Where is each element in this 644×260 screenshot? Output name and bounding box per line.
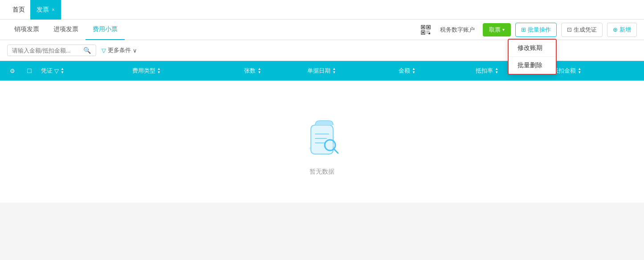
generate-voucher-button[interactable]: ⊡ 生成凭证 [561,23,603,37]
checkbox-icon: ☐ [27,68,32,74]
svg-line-16 [334,149,338,153]
th-expense-type[interactable]: 费用类型 ▲▼ [129,67,241,75]
tax-account-button[interactable]: 税务数字账户 [436,24,478,36]
add-icon: ⊕ [613,26,618,33]
svg-rect-1 [422,26,424,28]
th-count-label: 张数 [244,67,256,75]
search-icon[interactable]: 🔍 [83,47,91,54]
more-filter-arrow: ∨ [133,47,137,54]
svg-rect-6 [427,31,428,32]
generate-voucher-label: 生成凭证 [574,26,597,34]
batch-dropdown-menu: 修改账期 批量删除 [508,39,557,75]
tab-expense[interactable]: 费用小票 [86,20,125,40]
th-checkbox[interactable]: ☐ [21,68,37,74]
th-date-label: 单据日期 [307,67,330,75]
top-nav: 首页 发票 × [0,0,644,20]
th-amount-sort[interactable]: ▲▼ [412,67,416,74]
invoice-tab[interactable]: 发票 × [30,0,61,20]
th-expense-label: 费用类型 [132,67,155,75]
th-voucher-label: 凭证 [41,67,53,75]
batch-icon: ⊞ [521,26,526,33]
th-deduct-amount-sort[interactable]: ▲▼ [578,67,581,74]
svg-rect-9 [428,32,430,34]
th-voucher[interactable]: 凭证 ▽ ▲▼ [37,67,129,75]
batch-op-button[interactable]: ⊞ 批量操作 [515,23,557,37]
svg-rect-5 [422,32,424,33]
add-label: 新增 [620,26,631,34]
th-count-sort[interactable]: ▲▼ [257,67,261,74]
invoice-tab-close[interactable]: × [52,7,55,13]
batch-delete-item[interactable]: 批量删除 [509,57,556,74]
th-deduct-rate-label: 抵扣率 [476,67,493,75]
th-voucher-sort[interactable]: ▲▼ [61,67,64,74]
th-amount[interactable]: 金额 ▲▼ [395,67,472,75]
empty-icon [300,116,344,161]
svg-point-15 [327,142,333,148]
home-tab[interactable]: 首页 [7,0,30,20]
qr-code-icon[interactable] [420,24,432,36]
svg-rect-8 [427,32,428,33]
th-date-sort[interactable]: ▲▼ [332,67,336,74]
sub-nav: 销项发票 进项发票 费用小票 税务数字账户 取票 ▾ [0,20,644,40]
svg-rect-7 [428,31,429,32]
th-deduct-amount[interactable]: 抵扣金额 ▲▼ [549,67,640,75]
sub-nav-actions: 税务数字账户 取票 ▾ ⊞ 批量操作 修改账期 批量删除 ⊡ 生成凭证 ⊕ 新增 [420,23,637,37]
batch-op-wrapper: ⊞ 批量操作 修改账期 批量删除 [515,23,557,37]
more-filter-label: 更多条件 [108,46,131,54]
gear-icon: ⚙ [10,68,15,74]
search-input[interactable] [12,47,83,54]
batch-op-label: 批量操作 [528,26,551,34]
more-filter-button[interactable]: ▽ 更多条件 ∨ [102,46,137,54]
take-ticket-arrow: ▾ [502,27,505,32]
take-ticket-button[interactable]: 取票 ▾ [483,23,511,37]
search-wrap: 🔍 [7,45,96,56]
empty-state: 暂无数据 [0,81,644,203]
th-amount-label: 金额 [399,67,410,75]
add-button[interactable]: ⊕ 新增 [607,23,637,37]
take-ticket-label: 取票 [489,26,501,34]
th-count[interactable]: 张数 ▲▼ [240,67,304,75]
th-date[interactable]: 单据日期 ▲▼ [304,67,395,75]
th-gear[interactable]: ⚙ [4,68,21,74]
tab-sales[interactable]: 销项发票 [7,20,46,40]
generate-icon: ⊡ [567,26,572,33]
th-deduct-rate-sort[interactable]: ▲▼ [495,67,498,74]
modify-period-item[interactable]: 修改账期 [509,40,556,57]
sub-tabs: 销项发票 进项发票 费用小票 [7,20,125,40]
tab-purchase[interactable]: 进项发票 [46,20,86,40]
svg-rect-3 [428,26,429,28]
invoice-tab-label: 发票 [37,6,49,14]
th-voucher-filter-icon: ▽ [54,68,59,74]
th-expense-sort[interactable]: ▲▼ [157,67,161,74]
empty-text: 暂无数据 [310,168,334,176]
filter-icon: ▽ [102,47,106,54]
